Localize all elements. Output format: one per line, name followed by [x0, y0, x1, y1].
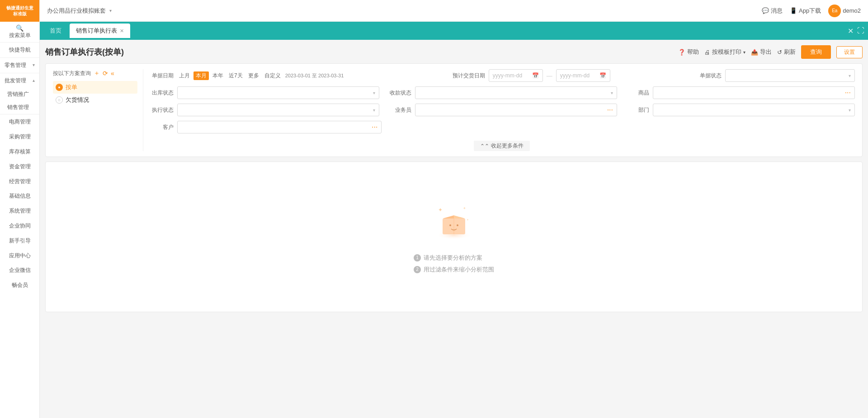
filter-row-3: 执行状态 ▾ 业务员 ···: [149, 104, 855, 116]
customer-more-icon[interactable]: ···: [372, 123, 377, 131]
tab-close-icon[interactable]: ✕: [120, 28, 124, 34]
filter-field-exec-status: 执行状态 ▾: [149, 104, 379, 116]
tabs-bar: 首页 销售订单执行表 ✕ ✕ ⛶: [40, 22, 868, 40]
product-select[interactable]: ···: [653, 86, 855, 99]
date-tab-7days[interactable]: 近7天: [227, 71, 245, 80]
customer-select[interactable]: ···: [177, 121, 382, 133]
filter-form: 单据日期 上月 本月 本年 近7天 更多 自定义 20: [149, 69, 855, 151]
tab-maximize-icon[interactable]: ⛶: [857, 27, 864, 35]
sidebar-item-wholesale[interactable]: 批发管理 ▴: [0, 73, 39, 88]
sidebar-item-basic[interactable]: 基础信息: [0, 189, 39, 204]
empty-tip-1: 1 请先选择要分析的方案: [414, 252, 494, 264]
sidebar-wholesale-label: 批发管理: [5, 77, 26, 85]
exec-status-select[interactable]: ▾: [177, 104, 379, 116]
sidebar-item-member[interactable]: 畅会员: [0, 278, 39, 293]
setting-button[interactable]: 设置: [836, 46, 863, 58]
empty-state: ✦ ✦ ✦ 1 请先选择要分析的方案 2 用过滤条件来缩小分析范围: [45, 162, 863, 312]
payment-status-select[interactable]: ▾: [415, 86, 617, 99]
sidebar-retail-label: 零售管理: [5, 62, 26, 69]
sidebar-item-system[interactable]: 系统管理: [0, 204, 39, 218]
sidebar-item-operations[interactable]: 经营管理: [0, 174, 39, 189]
sidebar-subitem-sales[interactable]: 销售管理: [0, 101, 39, 114]
customer-label: 客户: [149, 124, 174, 131]
payment-status-chevron-icon: ▾: [611, 90, 613, 95]
date-tab-custom[interactable]: 自定义: [263, 71, 283, 80]
sidebar-item-purchase[interactable]: 采购管理: [0, 129, 39, 144]
dept-chevron-icon: ▾: [849, 108, 851, 113]
sidebar-marketing-label: 营销推广: [7, 90, 29, 98]
status-select[interactable]: ▾: [725, 69, 855, 82]
date-tab-thisyear[interactable]: 本年: [211, 71, 225, 80]
topbar-dropdown-icon[interactable]: ▾: [109, 8, 112, 13]
tab-home[interactable]: 首页: [43, 24, 68, 38]
sidebar-item-search[interactable]: 🔍 搜索菜单: [0, 22, 39, 42]
sidebar-item-newuser[interactable]: 新手引导: [0, 233, 39, 248]
svg-marker-3: [454, 215, 465, 218]
sidebar-item-wechat[interactable]: 企业微信: [0, 263, 39, 278]
topbar-message-btn[interactable]: 💬 消息: [762, 7, 783, 15]
sidebar-item-finance[interactable]: 资金管理: [0, 159, 39, 174]
sidebar-subitem-marketing[interactable]: 营销推广: [0, 88, 39, 101]
sidebar-item-quick-nav[interactable]: 快捷导航: [0, 43, 39, 57]
query-button[interactable]: 查询: [801, 45, 831, 59]
sidebar-search-label: 搜索菜单: [0, 32, 39, 39]
expected-date-start[interactable]: yyyy-mm-dd 📅: [489, 69, 543, 82]
topbar-user-btn[interactable]: Ea demo2: [828, 5, 861, 17]
date-tabs: 上月 本月 本年 近7天 更多 自定义: [177, 71, 283, 80]
main-area: 办公用品行业模拟账套 ▾ 💬 消息 📱 App下载 Ea demo2 首页 销售…: [40, 0, 868, 418]
filter-plan-title-label: 按以下方案查询: [53, 70, 91, 77]
expected-date-label: 预计交货日期: [453, 72, 485, 80]
sidebar-system-label: 系统管理: [9, 207, 31, 215]
chevron-up-icon: ▴: [33, 77, 35, 84]
topbar-appdownload-btn[interactable]: 📱 App下载: [790, 7, 821, 15]
exec-status-label: 执行状态: [149, 106, 174, 114]
refresh-btn[interactable]: ↺ 刷新: [777, 48, 796, 56]
filter-plan-item-0[interactable]: ● 按单: [53, 81, 137, 94]
collapse-plan-btn[interactable]: «: [111, 70, 114, 77]
export-btn[interactable]: 📤 导出: [751, 48, 772, 56]
sidebar-item-ecommerce[interactable]: 电商管理: [0, 114, 39, 129]
sidebar-item-inventory[interactable]: 库存核算: [0, 144, 39, 159]
tab-window-close-icon[interactable]: ✕: [848, 27, 854, 35]
filter-plan-item-label-1: 欠货情况: [66, 96, 89, 104]
content-area: 销售订单执行表(按单) ❓ 帮助 🖨 按模板打印 ▾ 📤 导出 ↺ 刷新: [40, 40, 868, 418]
expected-date-placeholder1: yyyy-mm-dd: [493, 72, 522, 79]
print-btn[interactable]: 🖨 按模板打印 ▾: [704, 48, 745, 56]
filter-row-4: 客户 ···: [149, 121, 855, 133]
plan-inactive-icon: ○: [56, 96, 63, 104]
date-tab-thismonth[interactable]: 本月: [193, 71, 209, 80]
app-logo[interactable]: 畅捷通好生意 标准版: [0, 0, 39, 22]
sidebar-wechat-label: 企业微信: [9, 266, 31, 274]
refresh-plan-btn[interactable]: ⟳: [103, 70, 108, 77]
empty-illustration: ✦ ✦ ✦: [431, 198, 476, 245]
date-tab-lastmonth[interactable]: 上月: [177, 71, 192, 80]
filter-field-dept: 部门 ▾: [624, 104, 855, 116]
product-more-icon[interactable]: ···: [845, 89, 851, 97]
message-icon: 💬: [762, 7, 769, 14]
salesperson-select[interactable]: ···: [415, 104, 617, 116]
tab-sales-order[interactable]: 销售订单执行表 ✕: [70, 24, 130, 38]
filter-field-status: 单据状态 ▾: [697, 69, 855, 82]
stock-status-select[interactable]: ▾: [177, 86, 379, 99]
sidebar-item-appcenter[interactable]: 应用中心: [0, 248, 39, 263]
topbar-message-label: 消息: [771, 7, 783, 15]
export-label: 导出: [760, 48, 772, 56]
salesperson-more-icon[interactable]: ···: [607, 106, 613, 114]
sidebar-search-section: 🔍 搜索菜单: [0, 22, 39, 43]
dept-select[interactable]: ▾: [653, 104, 855, 116]
sidebar-item-cooperation[interactable]: 企业协同: [0, 218, 39, 233]
product-label: 商品: [624, 89, 649, 97]
sidebar-cooperation-label: 企业协同: [9, 222, 31, 230]
help-btn[interactable]: ❓ 帮助: [678, 48, 699, 56]
topbar-right: 💬 消息 📱 App下载 Ea demo2: [762, 5, 861, 17]
calendar-icon-2: 📅: [599, 72, 606, 79]
tab-sales-order-label: 销售订单执行表: [76, 27, 117, 35]
date-tab-more[interactable]: 更多: [246, 71, 261, 80]
help-label: 帮助: [687, 48, 699, 56]
filter-plan-title: 按以下方案查询 ＋ ⟳ «: [53, 69, 137, 77]
expected-date-end[interactable]: yyyy-mm-dd 📅: [556, 69, 610, 82]
collapse-more-btn[interactable]: ⌃⌃ 收起更多条件: [474, 141, 530, 151]
sidebar-item-retail[interactable]: 零售管理 ▾: [0, 58, 39, 73]
add-plan-btn[interactable]: ＋: [94, 69, 100, 77]
filter-plan-item-1[interactable]: ○ 欠货情况: [53, 94, 137, 106]
